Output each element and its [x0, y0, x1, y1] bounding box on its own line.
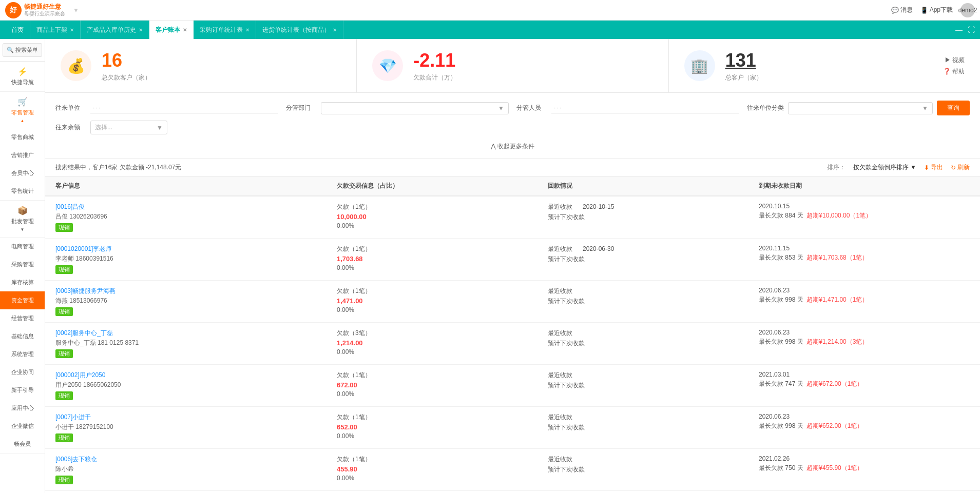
debt-count-5: 欠款（1笔） [337, 371, 548, 380]
customer-name-2[interactable]: [0001020001]李老师 [55, 245, 337, 253]
sidebar-item-marketing[interactable]: 营销推广 [0, 146, 45, 164]
debt-cell-6: 欠款（1笔） 652.00 0.00% [337, 413, 548, 440]
customer-name-3[interactable]: [0003]畅捷服务尹海燕 [55, 287, 337, 295]
tab-stock-close[interactable]: ✕ [333, 27, 337, 33]
tab-purchase-close[interactable]: ✕ [245, 27, 249, 33]
stat-info-1: 16 总欠款客户（家） [102, 49, 151, 82]
filter-person-input[interactable]: ··· [551, 103, 739, 113]
results-bar: 搜索结果中，客户16家 欠款金额 -21,148.07元 排序： 按欠款金额倒序… [45, 159, 980, 176]
member2-label: 畅会员 [14, 440, 31, 448]
customer-name-1[interactable]: [0016]吕俊 [55, 203, 337, 211]
debt-cell-5: 欠款（1笔） 672.00 0.00% [337, 371, 548, 398]
sidebar-item-retail-mall[interactable]: 零售商城 [0, 128, 45, 146]
customer-phone-2: 李老师 18600391516 [55, 254, 337, 263]
sidebar-item-member2[interactable]: 畅会员 [0, 435, 45, 453]
customer-name-6[interactable]: [0007]小进干 [55, 413, 337, 422]
filter-from-unit-input[interactable]: ··· [90, 103, 278, 113]
debt-amount-6: 652.00 [337, 423, 548, 431]
top-bar-left: 好 畅捷通好生意 母婴行业演示账套 ▼ [5, 2, 82, 18]
tab-purchase[interactable]: 采购订单统计表 ✕ [194, 21, 256, 39]
video-btn[interactable]: ▶ 视频 [945, 56, 965, 65]
export-btn[interactable]: ⬇ 导出 [924, 163, 943, 172]
sidebar: 🔍 搜索菜单 ⚡ 快捷导航 🛒 零售管理 ▲ 零售商城 营销推广 会员中 [0, 39, 45, 493]
expire-overdue-1[interactable]: 超期¥10,000.00（1笔） [806, 212, 872, 219]
sidebar-item-purchase[interactable]: 采购管理 [0, 255, 45, 273]
debt-cell-1: 欠款（1笔） 10,000.00 0.00% [337, 203, 548, 229]
from-unit-dots: ··· [93, 104, 101, 111]
expire-date-5: 2021.03.01 [759, 371, 970, 378]
avatar[interactable]: demo2 [960, 3, 975, 17]
expire-overdue-4[interactable]: 超期¥1,214.00（3笔） [806, 338, 868, 345]
logo-icon: 好 [5, 2, 22, 18]
expire-date-7: 2021.02.26 [759, 455, 970, 462]
sidebar-item-inventory[interactable]: 库存核算 [0, 273, 45, 291]
sidebar-item-guide[interactable]: 新手引导 [0, 381, 45, 399]
return-next-3: 预计下次收款 [548, 297, 759, 306]
sidebar-item-wechat[interactable]: 企业微信 [0, 417, 45, 435]
sidebar-item-member[interactable]: 会员中心 [0, 164, 45, 182]
expire-days-2: 最长欠款 853 天 超期¥1,703.68（1笔） [759, 253, 970, 262]
help-btn[interactable]: ❓ 帮助 [943, 67, 965, 76]
customer-phone-3: 海燕 18513066976 [55, 297, 337, 305]
expire-overdue-6[interactable]: 超期¥652.00（1笔） [806, 422, 863, 429]
sort-select[interactable]: 按欠款金额倒序排序 ▼ [853, 163, 916, 172]
message-icon: 💬 [891, 7, 899, 14]
apps-label: 应用中心 [11, 404, 34, 412]
sidebar-item-retail-stats[interactable]: 零售统计 [0, 182, 45, 200]
sidebar-item-retail-mgmt[interactable]: 🛒 零售管理 ▲ [0, 92, 45, 128]
expire-date-4: 2020.06.23 [759, 329, 970, 336]
logo-text: 畅捷通好生意 [24, 3, 65, 10]
purchase-label: 采购管理 [11, 261, 34, 268]
tab-goods[interactable]: 商品上下架 ✕ [30, 21, 81, 39]
filter-unit-type-select[interactable]: ▼ [788, 102, 933, 114]
tab-produce-close[interactable]: ✕ [139, 27, 143, 33]
filter-dept-select[interactable]: ▼ [321, 102, 509, 114]
tab-produce[interactable]: 产成品入库单历史 ✕ [81, 21, 149, 39]
tab-account-close[interactable]: ✕ [183, 27, 187, 33]
sidebar-search-btn[interactable]: 🔍 搜索菜单 [3, 43, 42, 57]
filter-balance: 往来余额 选择... ▼ [55, 121, 970, 134]
message-btn[interactable]: 💬 消息 [891, 6, 913, 14]
customer-name-7[interactable]: [0006]去下粮仓 [55, 455, 337, 464]
expire-overdue-5[interactable]: 超期¥672.00（1笔） [806, 380, 863, 387]
tab-stock[interactable]: 进货单统计表（按商品） ✕ [256, 21, 343, 39]
sidebar-item-ecommerce[interactable]: 电商管理 [0, 238, 45, 255]
expire-overdue-2[interactable]: 超期¥1,703.68（1笔） [806, 254, 868, 261]
customer-phone-4: 服务中心_丁磊 181 0125 8371 [55, 339, 337, 347]
sidebar-item-finance[interactable]: 资金管理 [0, 291, 45, 309]
customer-badge-6: 现销 [55, 433, 73, 442]
tab-home[interactable]: 首页 [5, 21, 30, 39]
filter-person: 分管人员 ··· [516, 103, 739, 113]
retail-icon: 🛒 [17, 97, 28, 107]
customer-name-5[interactable]: [000002]用户2050 [55, 371, 337, 380]
tab-produce-label: 产成品入库单历史 [87, 26, 136, 34]
tab-goods-close[interactable]: ✕ [70, 27, 74, 33]
debt-cell-3: 欠款（1笔） 1,471.00 0.00% [337, 287, 548, 313]
collapse-btn[interactable]: ⋀ 收起更多条件 [55, 140, 970, 153]
sidebar-item-system[interactable]: 系统管理 [0, 345, 45, 363]
tab-account[interactable]: 客户账本 ✕ [149, 21, 194, 39]
nav-minimize-btn[interactable]: — [955, 26, 963, 34]
customer-name-4[interactable]: [0002]服务中心_丁磊 [55, 329, 337, 338]
expire-cell-6: 2020.06.23 最长欠款 998 天 超期¥652.00（1笔） [759, 413, 970, 430]
expire-overdue-7[interactable]: 超期¥455.90（1笔） [806, 464, 863, 471]
nav-expand-btn[interactable]: ⛶ [968, 26, 975, 34]
person-dots: ··· [554, 104, 562, 111]
return-latest-3: 最近收款 [548, 287, 759, 295]
expire-overdue-3[interactable]: 超期¥1,471.00（1笔） [806, 296, 868, 303]
collapse-icon: ⋀ [491, 143, 496, 150]
sidebar-item-enterprise[interactable]: 企业协同 [0, 363, 45, 381]
return-cell-4: 最近收款 预计下次收款 [548, 329, 759, 348]
return-cell-7: 最近收款 预计下次收款 [548, 455, 759, 474]
sidebar-item-quick-nav[interactable]: ⚡ 快捷导航 [0, 62, 45, 91]
refresh-btn[interactable]: ↻ 刷新 [951, 163, 970, 172]
sidebar-item-operations[interactable]: 经营管理 [0, 309, 45, 327]
sidebar-item-basic-info[interactable]: 基础信息 [0, 327, 45, 345]
quick-nav-label: 快捷导航 [11, 78, 34, 86]
stat-card-right: ▶ 视频 ❓ 帮助 [943, 56, 965, 76]
filter-balance-select[interactable]: 选择... ▼ [90, 121, 167, 134]
sidebar-item-wholesale[interactable]: 📦 批发管理 ▼ [0, 201, 45, 237]
sidebar-item-apps[interactable]: 应用中心 [0, 399, 45, 417]
search-button[interactable]: 查询 [937, 101, 970, 115]
app-download-btn[interactable]: 📱 App下载 [920, 6, 953, 14]
